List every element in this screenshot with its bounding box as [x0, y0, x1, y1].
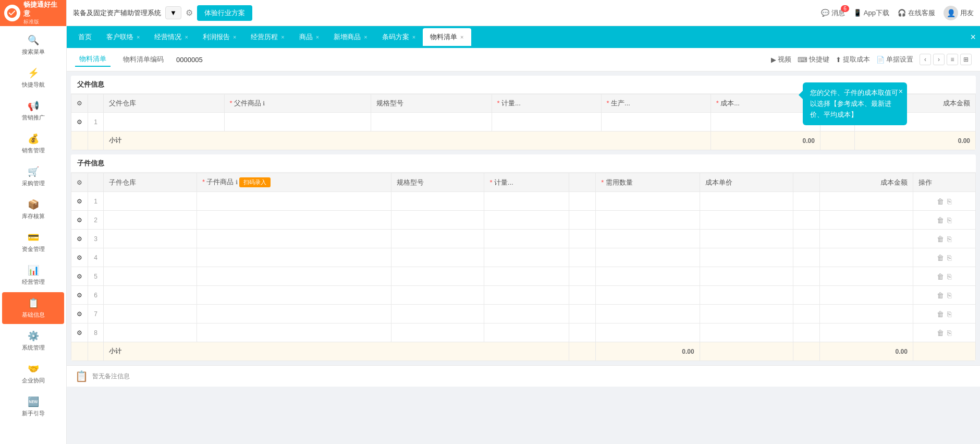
delete-icon[interactable]: 🗑 — [937, 235, 944, 243]
copy-icon[interactable]: ⎘ — [947, 329, 951, 337]
tab-bom[interactable]: 物料清单 × — [423, 28, 471, 46]
sidebar-item-operations[interactable]: 📊 经营管理 — [2, 259, 64, 291]
delete-icon[interactable]: 🗑 — [937, 254, 944, 262]
child-row-quantity[interactable] — [596, 211, 700, 230]
child-row-quantity[interactable] — [596, 192, 700, 211]
copy-icon[interactable]: ⎘ — [947, 235, 951, 243]
tab-profit[interactable]: 利润报告 × — [195, 28, 243, 46]
child-row-unit-price[interactable] — [700, 248, 793, 267]
child-row-spec[interactable] — [391, 248, 484, 267]
child-row-unit[interactable] — [484, 286, 569, 305]
child-row-unit[interactable] — [484, 323, 569, 342]
sidebar-item-basic-info[interactable]: 📋 基础信息 — [2, 292, 64, 324]
copy-icon[interactable]: ⎘ — [947, 272, 951, 281]
child-row-unit-price[interactable] — [700, 286, 793, 305]
child-row-product[interactable] — [197, 192, 391, 211]
prev-arrow[interactable]: ‹ — [920, 54, 931, 65]
parent-row-unit[interactable] — [492, 113, 601, 131]
copy-icon[interactable]: ⎘ — [947, 291, 951, 299]
tab-home[interactable]: 首页 — [71, 28, 99, 46]
next-arrow[interactable]: › — [933, 54, 945, 65]
copy-icon[interactable]: ⎘ — [947, 310, 951, 318]
copy-icon[interactable]: ⎘ — [947, 216, 951, 224]
tab-product[interactable]: 商品 × — [292, 28, 326, 46]
view-action[interactable]: ▶ 视频 — [771, 55, 791, 64]
system-select[interactable]: ▼ — [165, 6, 181, 19]
parent-row-production[interactable] — [601, 113, 710, 131]
app-download-item[interactable]: 📱 App下载 — [853, 8, 889, 18]
tab-operations[interactable]: 经营情况 × — [147, 28, 195, 46]
child-row-product[interactable] — [197, 286, 391, 305]
close-icon[interactable]: × — [316, 34, 319, 40]
child-row-spec[interactable] — [391, 192, 484, 211]
child-row-spec[interactable] — [391, 286, 484, 305]
sidebar-item-search[interactable]: 🔍 搜索菜单 — [2, 29, 64, 61]
child-row-unit[interactable] — [484, 267, 569, 286]
child-row-spec[interactable] — [391, 211, 484, 230]
close-icon[interactable]: × — [412, 34, 415, 40]
close-all-tabs[interactable]: × — [970, 32, 976, 43]
child-row-unit[interactable] — [484, 192, 569, 211]
online-service-item[interactable]: 🎧 在线客服 — [898, 8, 935, 18]
child-row-warehouse[interactable] — [104, 211, 197, 230]
tab-barcode[interactable]: 条码方案 × — [375, 28, 423, 46]
delete-icon[interactable]: 🗑 — [937, 272, 944, 281]
close-icon[interactable]: × — [233, 34, 236, 40]
delete-icon[interactable]: 🗑 — [937, 197, 944, 206]
child-row-product[interactable] — [197, 267, 391, 286]
close-icon[interactable]: × — [185, 34, 188, 40]
close-icon[interactable]: × — [364, 34, 367, 40]
sidebar-item-purchase[interactable]: 🛒 采购管理 — [2, 161, 64, 193]
delete-icon[interactable]: 🗑 — [937, 291, 944, 299]
sidebar-item-quick-nav[interactable]: ⚡ 快捷导航 — [2, 62, 64, 94]
child-row-unit-price[interactable] — [700, 192, 793, 211]
delete-icon[interactable]: 🗑 — [937, 329, 944, 337]
child-row-unit-price[interactable] — [700, 211, 793, 230]
child-row-unit-price[interactable] — [700, 267, 793, 286]
child-row-quantity[interactable] — [596, 286, 700, 305]
sidebar-item-system[interactable]: ⚙️ 系统管理 — [2, 325, 64, 357]
child-row-unit[interactable] — [484, 230, 569, 248]
sidebar-item-finance[interactable]: 💳 资金管理 — [2, 226, 64, 258]
child-row-unit-price[interactable] — [700, 230, 793, 248]
close-icon[interactable]: × — [137, 34, 140, 40]
child-row-unit[interactable] — [484, 305, 569, 323]
sidebar-item-sales[interactable]: 💰 销售管理 — [2, 128, 64, 160]
child-row-quantity[interactable] — [596, 230, 700, 248]
delete-icon[interactable]: 🗑 — [937, 216, 944, 224]
close-icon[interactable]: × — [281, 34, 284, 40]
delete-icon[interactable]: 🗑 — [937, 310, 944, 318]
child-row-warehouse[interactable] — [104, 248, 197, 267]
copy-icon[interactable]: ⎘ — [947, 197, 951, 206]
parent-row-warehouse[interactable] — [104, 113, 225, 131]
child-row-product[interactable] — [197, 211, 391, 230]
sidebar-item-marketing[interactable]: 📢 营销推广 — [2, 95, 64, 127]
child-row-product[interactable] — [197, 323, 391, 342]
settings-icon[interactable]: ⚙ — [186, 8, 193, 18]
tab-customer[interactable]: 客户联络 × — [99, 28, 147, 46]
child-row-quantity[interactable] — [596, 323, 700, 342]
child-row-unit-price[interactable] — [700, 305, 793, 323]
child-row-warehouse[interactable] — [104, 267, 197, 286]
child-row-quantity[interactable] — [596, 248, 700, 267]
copy-icon[interactable]: ⎘ — [947, 254, 951, 262]
child-row-warehouse[interactable] — [104, 192, 197, 211]
tooltip-close[interactable]: × — [899, 86, 903, 97]
parent-row-spec[interactable] — [371, 113, 492, 131]
trial-button[interactable]: 体验行业方案 — [197, 5, 252, 21]
child-row-unit-price[interactable] — [700, 323, 793, 342]
child-row-product[interactable] — [197, 248, 391, 267]
message-item[interactable]: 💬 消息 6 — [821, 8, 845, 18]
parent-row-product[interactable] — [224, 113, 371, 131]
child-row-unit[interactable] — [484, 211, 569, 230]
menu-arrow[interactable]: ≡ — [947, 54, 958, 65]
child-row-quantity[interactable] — [596, 305, 700, 323]
sidebar-item-enterprise[interactable]: 🤝 企业协同 — [2, 358, 64, 390]
sidebar-item-guide[interactable]: 🆕 新手引导 — [2, 391, 64, 423]
child-row-warehouse[interactable] — [104, 323, 197, 342]
child-row-spec[interactable] — [391, 323, 484, 342]
child-row-spec[interactable] — [391, 267, 484, 286]
child-row-warehouse[interactable] — [104, 286, 197, 305]
close-icon[interactable]: × — [460, 34, 463, 40]
tab-new-product[interactable]: 新增商品 × — [326, 28, 374, 46]
